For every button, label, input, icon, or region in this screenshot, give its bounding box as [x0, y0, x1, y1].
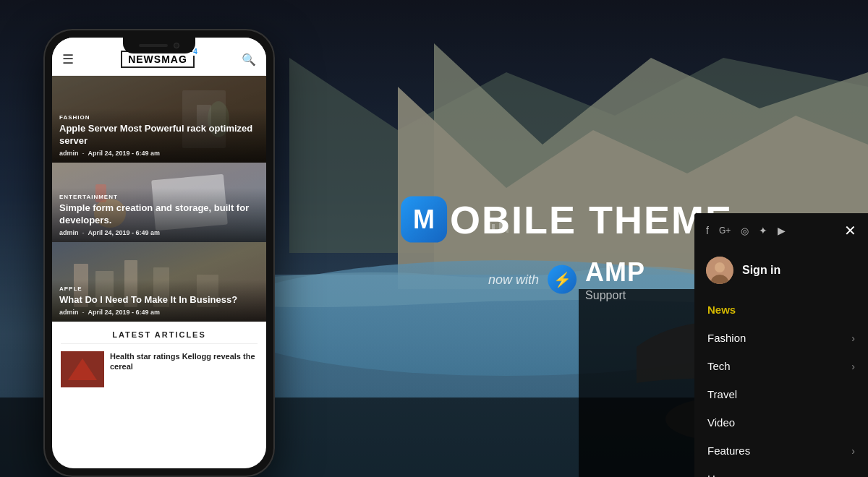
sign-in-row[interactable]: Sign in	[694, 248, 868, 293]
notch-speaker	[139, 44, 168, 47]
svg-point-35	[715, 262, 725, 272]
article-title-2: Simple form creation and storage, built …	[59, 202, 259, 227]
menu-item-news[interactable]: News	[694, 296, 868, 324]
hamburger-icon[interactable]: ☰	[62, 51, 74, 67]
phone-frame: ☰ NEWSMAG 4 🔍	[43, 29, 275, 477]
avatar-svg	[706, 257, 733, 284]
menu-label-homepages: Homepages	[707, 473, 766, 477]
article-overlay-1: FASHION Apple Server Most Powerful rack …	[52, 108, 266, 163]
article-card-1[interactable]: FASHION Apple Server Most Powerful rack …	[52, 76, 266, 163]
social-icons: f G+ ◎ ✦ ▶	[706, 225, 786, 236]
close-button[interactable]: ✕	[844, 223, 856, 238]
menu-arrow-tech: ›	[851, 361, 855, 372]
amp-support-text: Support	[585, 289, 645, 302]
article-title-3: What Do I Need To Make It In Business?	[59, 294, 259, 306]
m-icon: M	[401, 197, 447, 243]
amp-row: now with ⚡ AMP Support	[401, 257, 733, 302]
article-card-2[interactable]: ENTERTAINMENT Simple form creation and s…	[52, 163, 266, 242]
menu-item-features[interactable]: Features ›	[694, 437, 868, 465]
menu-item-fashion[interactable]: Fashion ›	[694, 324, 868, 352]
article-meta-3: admin - April 24, 2019 - 6:49 am	[59, 309, 259, 316]
article-overlay-3: APPLE What Do I Need To Make It In Busin…	[52, 280, 266, 322]
side-menu-header: f G+ ◎ ✦ ▶ ✕	[694, 213, 868, 248]
article-category-1: FASHION	[59, 114, 259, 121]
search-icon[interactable]: 🔍	[242, 53, 256, 66]
menu-label-features: Features	[707, 444, 750, 457]
latest-article-item[interactable]: Health star ratings Kellogg reveals the …	[61, 351, 258, 387]
article-category-3: APPLE	[59, 285, 259, 292]
latest-articles-section: LATEST ARTICLES Health star ratings Kell…	[52, 322, 266, 396]
promo-title-text: OBILE THEME	[450, 197, 733, 242]
sign-in-text[interactable]: Sign in	[742, 264, 780, 277]
center-promo: M OBILE THEME now with ⚡ AMP Support	[401, 197, 733, 302]
side-menu: f G+ ◎ ✦ ▶ ✕ Sign in News Fashion › Tech	[694, 213, 868, 477]
menu-item-tech[interactable]: Tech ›	[694, 352, 868, 380]
menu-nav: News Fashion › Tech › Travel Video Featu…	[694, 293, 868, 477]
notch-camera	[174, 43, 179, 48]
amp-badge: ⚡	[548, 265, 576, 294]
menu-label-news: News	[707, 304, 736, 316]
article-meta-1: admin - April 24, 2019 - 6:49 am	[59, 150, 259, 157]
youtube-icon[interactable]: ▶	[778, 225, 786, 236]
latest-thumb-img	[61, 351, 104, 387]
article-card-3[interactable]: APPLE What Do I Need To Make It In Busin…	[52, 242, 266, 322]
facebook-icon[interactable]: f	[706, 225, 709, 236]
article-overlay-2: ENTERTAINMENT Simple form creation and s…	[52, 188, 266, 242]
article-title-1: Apple Server Most Powerful rack optimize…	[59, 123, 259, 147]
menu-arrow-fashion: ›	[851, 332, 855, 344]
promo-title: M OBILE THEME	[401, 197, 733, 243]
menu-arrow-homepages: ›	[851, 473, 855, 478]
avatar	[706, 257, 733, 284]
twitter-icon[interactable]: ✦	[759, 225, 767, 236]
phone-mockup: ☰ NEWSMAG 4 🔍	[43, 29, 275, 477]
menu-item-video[interactable]: Video	[694, 408, 868, 437]
latest-item-title: Health star ratings Kellogg reveals the …	[110, 351, 258, 372]
menu-item-homepages[interactable]: Homepages ›	[694, 465, 868, 477]
phone-notch	[123, 38, 195, 53]
menu-label-travel: Travel	[707, 388, 737, 400]
google-plus-icon[interactable]: G+	[719, 225, 731, 236]
article-meta-2: admin - April 24, 2019 - 6:49 am	[59, 229, 259, 236]
menu-label-video: Video	[707, 416, 735, 429]
latest-articles-heading: LATEST ARTICLES	[61, 330, 258, 344]
menu-label-fashion: Fashion	[707, 332, 746, 344]
instagram-icon[interactable]: ◎	[741, 225, 749, 236]
menu-label-tech: Tech	[707, 360, 731, 372]
menu-item-travel[interactable]: Travel	[694, 380, 868, 408]
amp-label-group: AMP Support	[585, 257, 645, 302]
article-category-2: ENTERTAINMENT	[59, 194, 259, 200]
latest-thumb	[61, 351, 104, 387]
phone-screen: ☰ NEWSMAG 4 🔍	[52, 38, 266, 468]
now-with-text: now with	[488, 272, 539, 287]
amp-text: AMP	[585, 257, 645, 287]
menu-arrow-features: ›	[851, 445, 855, 457]
